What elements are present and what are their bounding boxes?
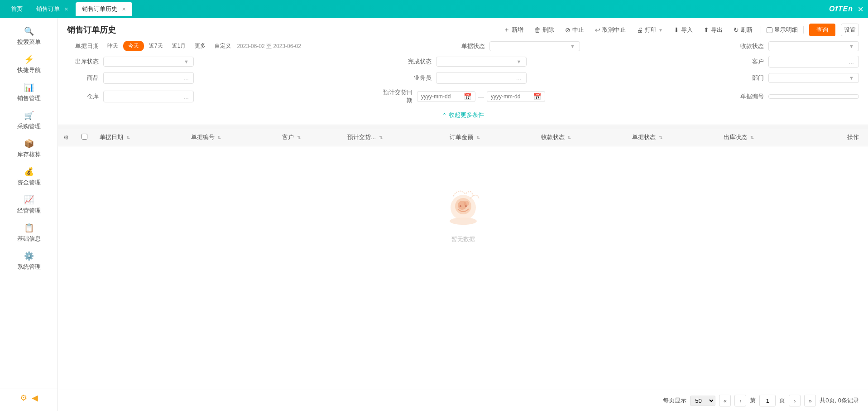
date-btn-yesterday[interactable]: 昨天 [103, 41, 122, 51]
date-btn-more[interactable]: 更多 [191, 41, 210, 51]
settings-button[interactable]: 设置 [841, 24, 859, 36]
th-date[interactable]: 单据日期 ⇅ [94, 129, 186, 146]
doc-sort-icon: ⇅ [659, 135, 662, 140]
salesperson-dots[interactable]: ... [516, 74, 522, 82]
export-button[interactable]: ⬆ 导出 [701, 24, 725, 36]
tab-sales-order[interactable]: 销售订单 ✕ [30, 2, 75, 16]
th-number[interactable]: 单据编号 ⇅ [186, 129, 277, 146]
print-icon: 🖨 [637, 26, 643, 34]
query-button[interactable]: 查询 [809, 24, 835, 36]
display-toggle-checkbox[interactable] [767, 27, 772, 33]
date-btn-today[interactable]: 今天 [123, 41, 144, 51]
first-page-button[interactable]: « [719, 395, 731, 406]
product-dots[interactable]: ... [183, 74, 189, 82]
sidebar-item-search-menu[interactable]: 🔍 搜索菜单 [0, 22, 58, 50]
delivery-date-from-input[interactable]: 📅 [417, 91, 475, 102]
delivery-date-from[interactable] [421, 93, 462, 100]
sidebar-settings-icon[interactable]: ⚙ [20, 393, 27, 403]
receipt-status-select[interactable]: ▼ [768, 41, 859, 51]
date-btn-last7[interactable]: 近7天 [145, 41, 167, 51]
print-button[interactable]: 🖨 打印 ▼ [634, 24, 666, 36]
th-delivery[interactable]: 预计交货... ⇅ [342, 129, 444, 146]
sidebar-item-inventory[interactable]: 📦 库存核算 [0, 134, 58, 162]
page-label: 页 [779, 396, 785, 405]
product-input[interactable]: ... [103, 72, 194, 84]
import-label: 导入 [681, 26, 693, 34]
order-num-input[interactable] [768, 94, 859, 99]
add-icon: ＋ [504, 26, 510, 34]
th-receipt-status[interactable]: 收款状态 ⇅ [536, 129, 627, 146]
th-out-status[interactable]: 出库状态 ⇅ [718, 129, 810, 146]
out-stock-select[interactable]: ▼ [103, 57, 194, 67]
customer-dots[interactable]: ... [849, 58, 854, 65]
page-header: 销售订单历史 ＋ 新增 🗑 删除 ⊘ 中止 ↩ [58, 18, 868, 125]
status-select[interactable]: ▼ [489, 41, 580, 51]
customer-input[interactable]: ... [768, 56, 859, 68]
sidebar-item-purchase-mgmt[interactable]: 🛒 采购管理 [0, 106, 58, 134]
add-button[interactable]: ＋ 新增 [501, 24, 526, 36]
tab-home[interactable]: 首页 [5, 2, 29, 16]
sales-mgmt-icon: 📊 [24, 82, 34, 92]
th-amount-label: 订单金额 [450, 134, 473, 140]
delete-button[interactable]: 🗑 删除 [532, 24, 557, 36]
sidebar-item-basic-info[interactable]: 📋 基础信息 [0, 218, 58, 247]
prev-page-button[interactable]: ‹ [734, 395, 746, 406]
window-close-button[interactable]: ✕ [858, 5, 863, 14]
th-checkbox[interactable] [76, 129, 94, 146]
table-header-row: ⚙ 单据日期 ⇅ 单据编号 ⇅ [58, 129, 868, 146]
date-btn-last1month[interactable]: 近1月 [168, 41, 190, 51]
sidebar-item-quick-nav[interactable]: ⚡ 快捷导航 [0, 50, 58, 78]
tab-sales-order-history-close[interactable]: ✕ [122, 6, 126, 12]
th-out-status-label: 出库状态 [724, 134, 747, 140]
empty-illustration [441, 183, 486, 228]
sidebar-item-system-mgmt[interactable]: ⚙️ 系统管理 [0, 247, 58, 275]
delivery-date-to-icon[interactable]: 📅 [533, 93, 541, 100]
page-size-select[interactable]: 50 100 200 [690, 396, 715, 406]
receipt-sort-icon: ⇅ [567, 135, 571, 140]
date-btn-custom[interactable]: 自定义 [211, 41, 235, 51]
complete-arrow: ▼ [517, 59, 522, 64]
collapse-row[interactable]: ⌃ 收起更多条件 [67, 109, 859, 121]
sidebar-item-sales-mgmt[interactable]: 📊 销售管理 [0, 78, 58, 106]
import-button[interactable]: ⬇ 导入 [671, 24, 695, 36]
settings-column-icon[interactable]: ⚙ [63, 134, 69, 141]
th-customer[interactable]: 客户 ⇅ [277, 129, 342, 146]
next-page-button[interactable]: › [789, 395, 801, 406]
amount-sort-icon: ⇅ [476, 135, 480, 140]
tab-sales-order-history[interactable]: 销售订单历史 ✕ [76, 2, 132, 16]
delivery-date-to[interactable] [491, 93, 532, 100]
stop-button[interactable]: ⊘ 中止 [562, 24, 587, 36]
sidebar-item-operation[interactable]: 📈 经营管理 [0, 190, 58, 218]
complete-select[interactable]: ▼ [436, 57, 527, 67]
delivery-date-to-input[interactable]: 📅 [487, 91, 545, 102]
sidebar-collapse-icon[interactable]: ◀ [32, 393, 38, 403]
salesperson-input[interactable]: ... [436, 72, 527, 84]
settings-label: 设置 [844, 26, 856, 34]
inventory-icon: 📦 [24, 139, 34, 149]
delivery-date-from-icon[interactable]: 📅 [464, 93, 471, 100]
th-doc-status[interactable]: 单据状态 ⇅ [627, 129, 718, 146]
th-customer-label: 客户 [282, 134, 294, 140]
th-delivery-label: 预计交货... [347, 134, 376, 140]
th-amount[interactable]: 订单金额 ⇅ [444, 129, 536, 146]
cancel-stop-button[interactable]: ↩ 取消中止 [592, 24, 628, 36]
last-page-button[interactable]: » [804, 395, 816, 406]
th-settings[interactable]: ⚙ [58, 129, 76, 146]
tab-sales-order-close[interactable]: ✕ [64, 6, 68, 12]
display-toggle[interactable]: 显示明细 [767, 26, 798, 34]
refresh-icon: ↻ [734, 26, 739, 34]
receipt-status-arrow: ▼ [849, 44, 854, 49]
date-range-text: 2023-06-02 至 2023-06-02 [237, 43, 301, 50]
th-action-label: 操作 [847, 134, 859, 140]
basic-info-icon: 📋 [24, 223, 34, 233]
product-label: 商品 [67, 74, 103, 82]
current-page-input[interactable] [759, 395, 776, 406]
status-select-arrow: ▼ [570, 44, 575, 49]
toolbar-divider2 [803, 26, 804, 34]
warehouse-input[interactable]: ... [103, 91, 194, 102]
select-all-checkbox[interactable] [82, 134, 87, 140]
refresh-button[interactable]: ↻ 刷新 [731, 24, 755, 36]
dept-select[interactable]: ▼ [768, 73, 859, 83]
warehouse-dots[interactable]: ... [183, 93, 189, 100]
sidebar-item-finance[interactable]: 💰 资金管理 [0, 162, 58, 190]
